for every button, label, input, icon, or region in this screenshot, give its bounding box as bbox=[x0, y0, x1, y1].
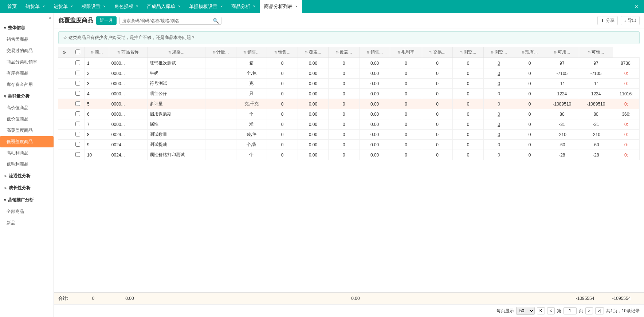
close-icon[interactable]: × bbox=[136, 0, 138, 13]
sidebar-item-inventory-capital[interactable]: 库存资金占用 bbox=[0, 79, 54, 90]
sidebar-section-marketing[interactable]: ∨ 营销推广分析 bbox=[0, 194, 54, 206]
last-page-button[interactable]: >| bbox=[595, 307, 604, 314]
sidebar-item-high-value[interactable]: 高价值商品 bbox=[0, 102, 54, 114]
sidebar-item-new-goods[interactable]: 新品 bbox=[0, 217, 54, 229]
cell-browse1[interactable]: 0 bbox=[483, 109, 514, 119]
cell-browse1[interactable]: 0 bbox=[483, 140, 514, 150]
cell-checkbox[interactable] bbox=[71, 140, 85, 150]
cell-checkbox[interactable] bbox=[71, 99, 85, 109]
cell-checkbox[interactable] bbox=[71, 68, 85, 79]
column-spec[interactable]: 规格... bbox=[147, 47, 205, 58]
row-checkbox[interactable] bbox=[75, 152, 80, 157]
column-trade[interactable]: 交易... bbox=[422, 47, 453, 58]
cell-browse1[interactable]: 0 bbox=[483, 79, 514, 89]
cell-checkbox[interactable] bbox=[71, 130, 85, 140]
row-checkbox[interactable] bbox=[75, 91, 80, 96]
nav-home[interactable]: 首页 bbox=[3, 0, 21, 13]
cell-browse1[interactable]: 0 bbox=[483, 150, 514, 160]
sidebar-item-category-rate[interactable]: 商品分类动销率 bbox=[0, 56, 54, 68]
close-icon[interactable]: × bbox=[178, 0, 180, 13]
sidebar-section-cluster[interactable]: ∨ 类群量分析 bbox=[0, 90, 54, 102]
sidebar-item-sales-goods[interactable]: 销售类商品 bbox=[0, 34, 54, 45]
sidebar-item-all-goods[interactable]: 全部商品 bbox=[0, 206, 54, 217]
sidebar-item-high-margin[interactable]: 高毛利商品 bbox=[0, 147, 54, 159]
cell-checkbox[interactable] bbox=[71, 119, 85, 130]
column-current[interactable]: 现有... bbox=[514, 47, 545, 58]
cell-checkbox[interactable] bbox=[71, 58, 85, 68]
row-checkbox[interactable] bbox=[75, 142, 80, 147]
cell-browse1[interactable]: 0 bbox=[483, 99, 514, 109]
sidebar-item-low-margin[interactable]: 低毛利商品 bbox=[0, 159, 54, 170]
column-settings[interactable]: ⚙ bbox=[58, 47, 71, 58]
sidebar-collapse-button[interactable]: « bbox=[48, 15, 51, 20]
page-input[interactable] bbox=[564, 307, 577, 314]
column-cover2[interactable]: 覆盖... bbox=[329, 47, 360, 58]
per-page-select[interactable]: 50 20 100 200 bbox=[516, 307, 535, 315]
close-icon[interactable]: × bbox=[253, 0, 255, 13]
close-icon[interactable]: × bbox=[220, 0, 223, 13]
close-icon[interactable]: × bbox=[103, 0, 106, 13]
row-checkbox[interactable] bbox=[75, 60, 80, 65]
nav-product-analysis[interactable]: 商品分析 × bbox=[227, 0, 260, 13]
row-checkbox[interactable] bbox=[75, 81, 80, 86]
cell-browse1[interactable]: 0 bbox=[483, 130, 514, 140]
sidebar-section-growth[interactable]: ＞ 成长性分析 bbox=[0, 182, 54, 194]
row-checkbox[interactable] bbox=[75, 132, 80, 136]
column-unit[interactable]: 计量... bbox=[205, 47, 236, 58]
prev-page-button[interactable]: < bbox=[547, 307, 555, 314]
cell-browse1[interactable]: 0 bbox=[483, 89, 514, 99]
column-sales-qty[interactable]: 销售... bbox=[236, 47, 267, 58]
nav-product-analysis-list[interactable]: 商品分析列表 × bbox=[260, 0, 302, 13]
column-available[interactable]: 可用... bbox=[545, 47, 579, 58]
close-icon[interactable]: × bbox=[43, 0, 45, 13]
cell-checkbox[interactable] bbox=[71, 109, 85, 119]
sidebar-section-flow[interactable]: ＞ 流通性分析 bbox=[0, 170, 54, 182]
nav-finished-goods[interactable]: 产成品入库单 × bbox=[142, 0, 185, 13]
row-checkbox[interactable] bbox=[75, 101, 80, 106]
cell-browse1[interactable]: 0 bbox=[483, 58, 514, 68]
column-saleable[interactable]: 可销... bbox=[579, 47, 613, 58]
column-sales3[interactable]: 销售... bbox=[359, 47, 390, 58]
row-checkbox[interactable] bbox=[75, 111, 80, 116]
sidebar-item-low-coverage[interactable]: 低覆盖度商品 bbox=[0, 136, 54, 147]
column-sales-amt[interactable]: 销售... bbox=[267, 47, 298, 58]
sidebar-item-low-value[interactable]: 低价值商品 bbox=[0, 114, 54, 125]
search-icon[interactable]: 🔍 bbox=[213, 18, 219, 24]
sidebar-item-traded-goods[interactable]: 交易过的商品 bbox=[0, 45, 54, 56]
column-code[interactable]: 商... bbox=[85, 47, 109, 58]
close-all-button[interactable]: × bbox=[632, 3, 641, 10]
select-all-checkbox[interactable] bbox=[75, 49, 80, 54]
cell-checkbox[interactable] bbox=[71, 79, 85, 89]
next-page-button[interactable]: > bbox=[585, 307, 593, 314]
total-label: 合计: bbox=[58, 296, 68, 302]
search-input[interactable] bbox=[122, 18, 211, 23]
date-filter-button[interactable]: 近一月 bbox=[96, 16, 117, 25]
sidebar-item-instock-goods[interactable]: 有库存商品 bbox=[0, 68, 54, 79]
nav-permission[interactable]: 权限设置 × bbox=[77, 0, 110, 13]
column-checkbox[interactable] bbox=[71, 47, 85, 58]
export-button[interactable]: ↓ 导出 bbox=[621, 16, 640, 25]
cell-cover2: 0.00 bbox=[359, 89, 390, 99]
cell-checkbox[interactable] bbox=[71, 150, 85, 160]
share-button[interactable]: ⬆ 分享 bbox=[597, 16, 618, 25]
cell-checkbox[interactable] bbox=[71, 89, 85, 99]
nav-sales-order[interactable]: 销货单 × bbox=[21, 0, 49, 13]
column-cover1[interactable]: 覆盖... bbox=[298, 47, 329, 58]
row-checkbox[interactable] bbox=[75, 122, 80, 126]
column-margin[interactable]: 毛利率 bbox=[390, 47, 422, 58]
nav-template-settings[interactable]: 单据模板设置 × bbox=[185, 0, 227, 13]
column-browse2[interactable]: 浏览... bbox=[483, 47, 514, 58]
first-page-button[interactable]: K bbox=[537, 307, 545, 314]
nav-purchase-order[interactable]: 进货单 × bbox=[49, 0, 77, 13]
row-checkbox[interactable] bbox=[75, 71, 80, 75]
column-name[interactable]: 商品名称 bbox=[109, 47, 147, 58]
sidebar-section-overall[interactable]: ∨ 整体信息 bbox=[0, 22, 54, 34]
column-browse1[interactable]: 浏览... bbox=[453, 47, 484, 58]
cell-browse1[interactable]: 0 bbox=[483, 68, 514, 79]
cell-browse1[interactable]: 0 bbox=[483, 119, 514, 130]
table-row: 1 0000... 旺铺批次测试 箱 0 0.00 0 0.00 0 0 0 0… bbox=[58, 58, 640, 68]
nav-role-auth[interactable]: 角色授权 × bbox=[110, 0, 143, 13]
close-icon[interactable]: × bbox=[295, 0, 298, 13]
close-icon[interactable]: × bbox=[71, 0, 73, 13]
sidebar-item-high-coverage[interactable]: 高覆盖度商品 bbox=[0, 125, 54, 136]
